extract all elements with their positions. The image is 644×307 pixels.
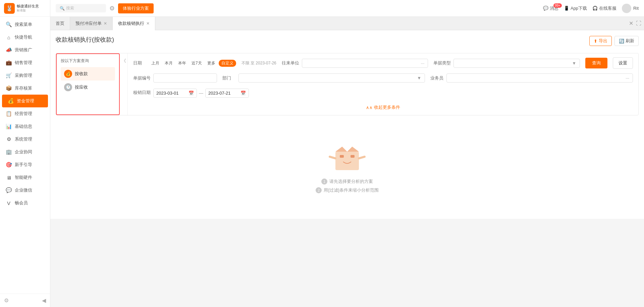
sidebar-item-operations[interactable]: 📋经营管理 (0, 107, 50, 120)
date-this-month[interactable]: 本月 (163, 60, 175, 67)
sidebar-item-finance[interactable]: 💰资金管理 (2, 95, 48, 107)
empty-illustration (327, 138, 367, 172)
sidebar-item-sys-mgmt[interactable]: ⚙系统管理 (0, 133, 50, 146)
date-more[interactable]: 更多 (205, 60, 217, 67)
set-button[interactable]: 设置 (613, 57, 633, 69)
tab-close-all-icon[interactable]: ✕ (629, 20, 633, 27)
date-field: 日期 上月 本月 本年 近7天 更多 自定义 不 (133, 60, 276, 67)
date-last-7-days[interactable]: 近7天 (190, 60, 204, 67)
solution-button[interactable]: 体验行业方案 (118, 3, 154, 13)
dept-select[interactable]: ▼ (238, 73, 425, 83)
counterparty-label: 往来单位 (282, 60, 299, 66)
collapse-more-icon: ∧∧ (366, 105, 373, 110)
calendar-icon-start: 📅 (189, 91, 194, 96)
tab-expand-icon[interactable]: ⛶ (636, 20, 641, 27)
header-search-bar[interactable]: 🔍 搜索 (56, 4, 106, 12)
sidebar-label-vip: 畅会员 (15, 200, 28, 206)
settings-icon[interactable]: ⚙ (4, 297, 9, 304)
main-area: 🔍 搜索 ⚙ 体验行业方案 💬 消息 99+ 📱 App下载 🎧 在线客服 (50, 0, 644, 307)
refresh-button[interactable]: 🔄 刷新 (614, 36, 639, 46)
sidebar-label-sys-mgmt: 系统管理 (15, 136, 32, 142)
verify-date-start-input[interactable]: 2023-03-01 📅 (153, 89, 197, 98)
doc-type-select[interactable]: ▼ (453, 59, 580, 68)
sidebar-icon-marketing: 📣 (5, 47, 12, 53)
date-this-year[interactable]: 本年 (176, 60, 188, 67)
sidebar-label-wechat: 企业微信 (15, 187, 32, 193)
verify-date-label: 核销日期 (133, 90, 151, 96)
search-option-by-receivable[interactable]: 🕐 按应收 (61, 81, 115, 94)
verify-date-field: 核销日期 2023-03-01 📅 — 2023-07-21 📅 (133, 87, 249, 98)
sidebar-label-hardware: 智能硬件 (15, 174, 32, 181)
sidebar-item-guide[interactable]: 🎯新手引导 (0, 158, 50, 171)
sidebar-item-search-menu[interactable]: 🔍搜索菜单 (0, 18, 50, 31)
sidebar-icon-wechat: 💬 (5, 187, 12, 193)
by-receipt-icon: 💰 (64, 70, 72, 78)
sidebar-icon-operations: 📋 (5, 111, 12, 117)
sidebar-icon-sys-mgmt: ⚙ (5, 136, 12, 142)
sidebar-item-sales[interactable]: 💼销售管理 (0, 56, 50, 69)
counterparty-dots[interactable]: ··· (421, 61, 425, 66)
date-last-month[interactable]: 上月 (149, 60, 161, 67)
doc-type-field: 单据类型 ▼ (433, 59, 580, 68)
online-service-button[interactable]: 🎧 在线客服 (592, 5, 616, 11)
filter-row-2: 单据编号 部门 ▼ 业务员 (133, 73, 633, 83)
tab-home[interactable]: 首页 (50, 17, 70, 30)
verify-date-end-input[interactable]: 2023-07-21 📅 (205, 89, 249, 98)
page-title: 收款核销执行(按收款) (56, 36, 114, 44)
sidebar-icon-purchase: 🛒 (5, 72, 12, 79)
counterparty-field: 往来单位 ··· (282, 59, 428, 68)
staff-dots[interactable]: ··· (626, 75, 629, 81)
dept-field: 部门 ▼ (222, 73, 425, 83)
tab-close-prepay[interactable]: ✕ (104, 21, 107, 26)
sidebar-label-search-menu: 搜索菜单 (15, 21, 32, 28)
date-no-limit: 不限 至 2023-07-26 (241, 60, 276, 66)
staff-select[interactable]: ··· (446, 73, 633, 83)
sidebar-item-vip[interactable]: V畅会员 (0, 197, 50, 209)
sidebar-item-quick-nav[interactable]: ⌂快捷导航 (0, 31, 50, 44)
sidebar-label-inventory: 库存核算 (15, 85, 32, 91)
sidebar-icon-hardware: 🖥 (5, 175, 12, 181)
sidebar-label-quick-nav: 快捷导航 (15, 34, 32, 40)
sidebar-item-basic-info[interactable]: 📊基础信息 (0, 120, 50, 133)
date-label: 日期 (133, 60, 147, 66)
svg-rect-0 (335, 152, 359, 170)
sidebar-logo: 🐰 畅捷通好生意 标准版 (0, 0, 50, 17)
sidebar-item-purchase[interactable]: 🛒采购管理 (0, 69, 50, 82)
sidebar: 🐰 畅捷通好生意 标准版 🔍搜索菜单⌂快捷导航📣营销推广💼销售管理🛒采购管理📦库… (0, 0, 50, 307)
tab-close-receivable[interactable]: ✕ (146, 21, 150, 26)
export-button[interactable]: ⬆ 导出 (589, 36, 612, 46)
sidebar-item-inventory[interactable]: 📦库存核算 (0, 82, 50, 95)
sidebar-icon-quick-nav: ⌂ (5, 35, 12, 40)
search-option-by-receipt[interactable]: 💰 按收款 (61, 67, 115, 81)
by-receivable-icon: 🕐 (64, 83, 72, 91)
user-avatar-area[interactable]: Rit (622, 4, 639, 13)
sidebar-item-hardware[interactable]: 🖥智能硬件 (0, 171, 50, 184)
sidebar-icon-sales: 💼 (5, 60, 12, 66)
sidebar-icon-finance: 💰 (7, 98, 14, 104)
counterparty-select[interactable]: ··· (302, 59, 428, 68)
tab-prepay[interactable]: 预付冲应付单 ✕ (70, 17, 113, 30)
svg-rect-2 (351, 155, 355, 158)
search-panel-collapse[interactable]: 《 (120, 53, 128, 115)
date-custom[interactable]: 自定义 (219, 60, 236, 67)
sidebar-item-marketing[interactable]: 📣营销推广 (0, 44, 50, 56)
sidebar-item-wechat[interactable]: 💬企业微信 (0, 184, 50, 197)
app-download-button[interactable]: 📱 App下载 (564, 5, 587, 11)
sidebar-icon-inventory: 📦 (5, 85, 12, 91)
collapse-icon: 《 (121, 58, 126, 64)
page-inner: 收款核销执行(按收款) ⬆ 导出 🔄 刷新 按以下方案查询 (50, 30, 644, 219)
sidebar-label-guide: 新手引导 (15, 162, 32, 168)
dept-label: 部门 (222, 75, 236, 81)
tab-receivable[interactable]: 收款核销执行 ✕ (113, 17, 155, 30)
collapse-sidebar-icon[interactable]: ◀ (42, 297, 46, 304)
date-quick-options: 上月 本月 本年 近7天 更多 自定义 (149, 60, 236, 67)
message-button[interactable]: 💬 消息 99+ (543, 5, 558, 11)
header-left: 🔍 搜索 ⚙ 体验行业方案 (56, 3, 154, 13)
query-button[interactable]: 查询 (585, 58, 607, 68)
sidebar-label-finance: 资金管理 (17, 98, 34, 104)
header-gear-icon[interactable]: ⚙ (109, 5, 115, 12)
doc-no-input[interactable] (153, 73, 217, 83)
sidebar-item-enterprise[interactable]: 🏢企业协同 (0, 146, 50, 158)
collapse-more-button[interactable]: ∧∧ 收起更多条件 (133, 102, 633, 111)
message-icon: 💬 (543, 6, 548, 11)
